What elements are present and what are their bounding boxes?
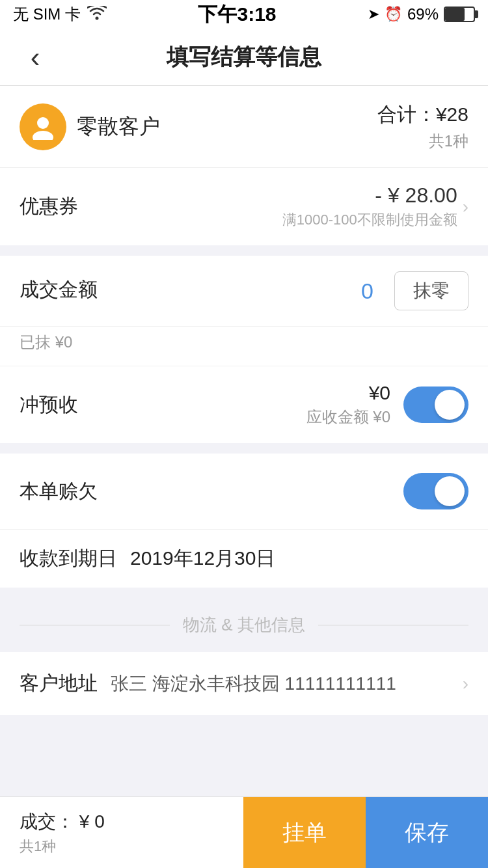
- hang-label: 挂单: [282, 818, 327, 848]
- nav-bar: ‹ 填写结算等信息: [0, 29, 488, 86]
- wifi-icon: [87, 5, 107, 25]
- bottom-deal: 成交： ¥ 0: [20, 809, 224, 834]
- prepay-sub: 应收金额 ¥0: [306, 407, 390, 427]
- customer-row: 零散客户 合计：¥28 共1种: [0, 86, 488, 167]
- avatar: [20, 103, 66, 150]
- status-bar: 无 SIM 卡 下午3:18 ➤ ⏰ 69%: [0, 0, 488, 29]
- total-count: 共1种: [377, 131, 468, 152]
- duedate-value[interactable]: 2019年12月30日: [130, 545, 275, 572]
- prepay-amount: ¥0: [306, 382, 390, 404]
- back-icon: ‹: [31, 41, 40, 74]
- customer-name: 零散客户: [77, 113, 160, 141]
- coupon-right: - ¥ 28.00 满1000-100不限制使用金额 ›: [282, 183, 468, 230]
- bottom-deal-label: 成交：: [20, 811, 74, 832]
- address-label: 客户地址: [20, 670, 98, 697]
- deal-label: 成交金额: [20, 271, 98, 303]
- prepay-amount-block: ¥0 应收金额 ¥0: [306, 382, 390, 427]
- svg-point-0: [96, 16, 99, 20]
- prepay-toggle[interactable]: [403, 387, 468, 423]
- coupon-row[interactable]: 优惠券 - ¥ 28.00 满1000-100不限制使用金额 ›: [0, 167, 488, 245]
- bottom-buttons: 挂单 保存: [243, 797, 488, 868]
- logistics-header: 物流 & 其他信息: [0, 598, 488, 652]
- status-time: 下午3:18: [198, 1, 276, 28]
- location-icon: ➤: [368, 6, 379, 23]
- battery-percent: 69%: [407, 5, 439, 23]
- bottom-bar: 成交： ¥ 0 共1种 挂单 保存: [0, 796, 488, 868]
- debit-toggle[interactable]: [403, 473, 468, 509]
- address-chevron-icon: ›: [463, 673, 468, 694]
- back-button[interactable]: ‹: [16, 38, 55, 77]
- status-right: ➤ ⏰ 69%: [368, 5, 475, 23]
- debit-row: 本单赊欠: [0, 454, 488, 529]
- page-title: 填写结算等信息: [167, 42, 321, 72]
- debit-toggle-knob: [435, 476, 465, 506]
- address-section: 客户地址 张三 海淀永丰科技园 11111111111 ›: [0, 652, 488, 715]
- customer-left: 零散客户: [20, 103, 160, 150]
- alarm-icon: ⏰: [385, 6, 402, 23]
- prepay-label: 冲预收: [20, 392, 78, 418]
- prepay-row: 冲预收 ¥0 应收金额 ¥0: [0, 366, 488, 443]
- prepay-right: ¥0 应收金额 ¥0: [306, 382, 468, 427]
- chevron-right-icon: ›: [463, 197, 468, 217]
- coupon-discount: - ¥ 28.00: [282, 183, 457, 208]
- deal-amount-row: 成交金额 0 抹零: [0, 256, 488, 327]
- deal-amount-value[interactable]: 0: [361, 278, 373, 304]
- coupon-label: 优惠券: [20, 193, 78, 220]
- battery-icon: [444, 7, 475, 22]
- hang-button[interactable]: 挂单: [243, 797, 366, 868]
- bottom-info: 成交： ¥ 0 共1种: [0, 809, 243, 856]
- total-amount: 合计：¥28: [377, 102, 468, 128]
- debit-label: 本单赊欠: [20, 478, 98, 505]
- round-button[interactable]: 抹零: [394, 271, 468, 310]
- duedate-row: 收款到期日 2019年12月30日: [0, 529, 488, 588]
- svg-point-2: [33, 131, 53, 140]
- toggle-knob: [435, 390, 465, 420]
- address-value: 张三 海淀永丰科技园 11111111111: [111, 671, 463, 696]
- sim-text: 无 SIM 卡: [13, 4, 81, 25]
- address-row[interactable]: 客户地址 张三 海淀永丰科技园 11111111111 ›: [0, 652, 488, 715]
- customer-right: 合计：¥28 共1种: [377, 102, 468, 152]
- logistics-label: 物流 & 其他信息: [170, 615, 318, 634]
- svg-point-1: [37, 117, 49, 129]
- save-button[interactable]: 保存: [366, 797, 488, 868]
- customer-section: 零散客户 合计：¥28 共1种 优惠券 - ¥ 28.00 满1000-100不…: [0, 86, 488, 245]
- status-left: 无 SIM 卡: [13, 4, 107, 25]
- coupon-description: 满1000-100不限制使用金额: [282, 210, 457, 230]
- deal-right: 0 抹零: [361, 271, 468, 310]
- duedate-label: 收款到期日: [20, 545, 117, 572]
- deal-section: 成交金额 0 抹零 已抹 ¥0 冲预收 ¥0 应收金额 ¥0: [0, 256, 488, 443]
- save-label: 保存: [405, 818, 449, 848]
- bottom-count: 共1种: [20, 837, 224, 856]
- bottom-deal-amount: ¥ 0: [79, 811, 105, 832]
- deal-sub-text: 已抹 ¥0: [0, 327, 488, 366]
- coupon-info: - ¥ 28.00 满1000-100不限制使用金额: [282, 183, 457, 230]
- debit-section: 本单赊欠 收款到期日 2019年12月30日: [0, 454, 488, 588]
